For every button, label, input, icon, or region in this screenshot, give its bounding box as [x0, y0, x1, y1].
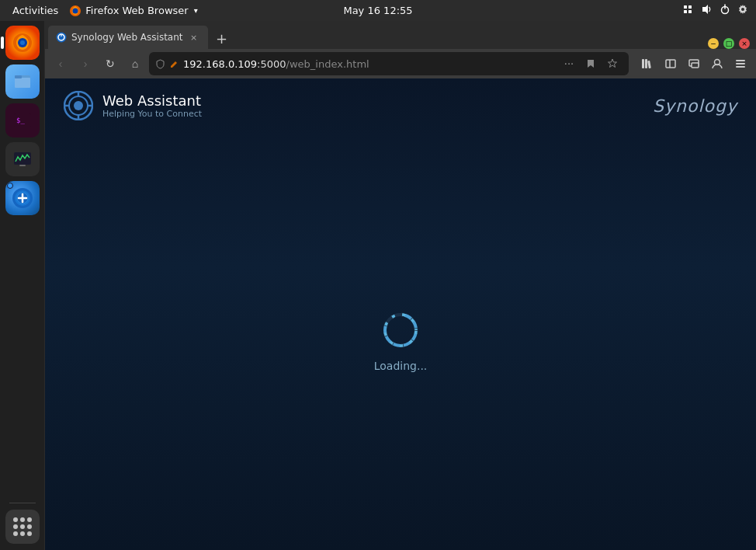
app-name-label: Firefox Web Browser ▾	[69, 5, 197, 17]
loading-area: Loading...	[45, 133, 756, 550]
svg-rect-40	[736, 66, 745, 68]
address-extras: ···	[559, 54, 622, 74]
reload-button[interactable]: ↻	[99, 53, 121, 75]
svg-rect-15	[15, 75, 22, 78]
address-port: :5000	[257, 58, 286, 70]
svg-point-12	[20, 40, 25, 45]
dock-separator	[9, 503, 36, 503]
dock-item-addons[interactable]	[5, 181, 40, 215]
network-icon[interactable]	[681, 3, 694, 18]
address-path: /web_index.html	[286, 58, 369, 70]
tab-synology[interactable]: Synology Web Assistant ×	[48, 26, 208, 49]
datetime-display: May 16 12:55	[343, 5, 412, 16]
library-button[interactable]	[636, 53, 658, 75]
address-bar[interactable]: 192.168.0.109 :5000 /web_index.html ···	[149, 52, 629, 75]
address-text: 192.168.0.109 :5000 /web_index.html	[183, 58, 555, 70]
svg-rect-14	[15, 78, 30, 88]
power-icon[interactable]	[719, 3, 731, 18]
dock-item-monitor[interactable]	[5, 142, 40, 176]
tab-label: Synology Web Assistant	[71, 32, 183, 43]
firefox-icon	[69, 5, 81, 17]
loading-spinner	[382, 312, 419, 349]
svg-rect-32	[647, 61, 651, 68]
svg-marker-29	[609, 59, 617, 68]
tab-close-button[interactable]: ×	[188, 31, 200, 44]
sound-icon[interactable]	[700, 3, 713, 18]
home-button[interactable]: ⌂	[124, 53, 146, 75]
maximize-button[interactable]: □	[723, 38, 734, 49]
browser-name: Firefox Web Browser	[85, 5, 188, 16]
activities-button[interactable]: Activities	[8, 3, 63, 18]
nav-bar: ‹ › ↻ ⌂ 192.168.0.109 :500	[45, 49, 756, 78]
svg-text:$_: $_	[16, 117, 25, 124]
synctabs-button[interactable]	[683, 53, 705, 75]
synology-title-area: Web Assistant Helping You to Connect	[102, 92, 202, 119]
new-tab-button[interactable]: +	[211, 27, 233, 49]
browser-content: Web Assistant Helping You to Connect Syn…	[45, 78, 756, 550]
profile-button[interactable]	[706, 53, 728, 75]
desktop-area: $_	[0, 21, 756, 550]
synology-brand: Synology	[653, 96, 737, 116]
settings-icon[interactable]	[737, 4, 748, 17]
svg-rect-19	[19, 165, 26, 166]
svg-rect-30	[642, 59, 644, 68]
loading-text: Loading...	[374, 360, 428, 372]
dock-apps-button[interactable]	[5, 510, 40, 544]
svg-point-9	[741, 8, 744, 11]
minimize-button[interactable]: −	[708, 38, 719, 49]
svg-rect-4	[684, 10, 687, 13]
tab-favicon-icon	[56, 32, 67, 43]
synology-tagline: Helping You to Connect	[102, 109, 202, 119]
back-button[interactable]: ‹	[50, 53, 71, 75]
svg-marker-6	[702, 5, 708, 14]
forward-button[interactable]: ›	[75, 53, 96, 75]
dock-item-firefox[interactable]	[5, 26, 40, 60]
apps-grid-icon	[13, 517, 32, 536]
svg-point-43	[74, 101, 83, 110]
toolbar-right	[636, 53, 751, 75]
sidebar-button[interactable]	[660, 53, 681, 75]
dock: $_	[0, 21, 45, 550]
menu-button[interactable]	[730, 53, 751, 75]
svg-rect-2	[684, 5, 687, 9]
svg-rect-36	[692, 63, 699, 68]
svg-rect-5	[688, 10, 692, 13]
synology-logo-area: Web Assistant Helping You to Connect	[64, 91, 202, 120]
synology-logo-icon	[64, 91, 93, 120]
more-options-button[interactable]: ···	[559, 54, 579, 74]
synology-header: Web Assistant Helping You to Connect Syn…	[45, 78, 756, 133]
window-controls: − □ ×	[708, 38, 750, 49]
svg-rect-38	[736, 60, 745, 61]
bookmark-button[interactable]	[581, 54, 601, 74]
tab-bar: Synology Web Assistant × + − □ ×	[45, 21, 756, 49]
top-bar: Activities Firefox Web Browser ▾ May 16 …	[0, 0, 756, 21]
svg-rect-33	[666, 60, 675, 68]
security-icon	[155, 59, 165, 69]
svg-rect-39	[736, 63, 745, 64]
browser-window: Synology Web Assistant × + − □ × ‹ › ↻ ⌂	[45, 21, 756, 550]
browser-chrome: Synology Web Assistant × + − □ × ‹ › ↻ ⌂	[45, 21, 756, 78]
dock-item-files[interactable]	[5, 64, 40, 99]
dropdown-arrow[interactable]: ▾	[194, 6, 198, 15]
address-host: 192.168.0.109	[183, 58, 257, 70]
svg-point-1	[73, 8, 78, 13]
svg-rect-3	[688, 5, 692, 9]
url-edit-icon	[169, 59, 179, 69]
synology-app-name: Web Assistant	[102, 92, 202, 109]
close-button[interactable]: ×	[739, 38, 750, 49]
synology-page: Web Assistant Helping You to Connect Syn…	[45, 78, 756, 550]
dock-item-terminal[interactable]: $_	[5, 103, 40, 138]
svg-rect-31	[645, 59, 647, 68]
star-button[interactable]	[602, 54, 622, 74]
